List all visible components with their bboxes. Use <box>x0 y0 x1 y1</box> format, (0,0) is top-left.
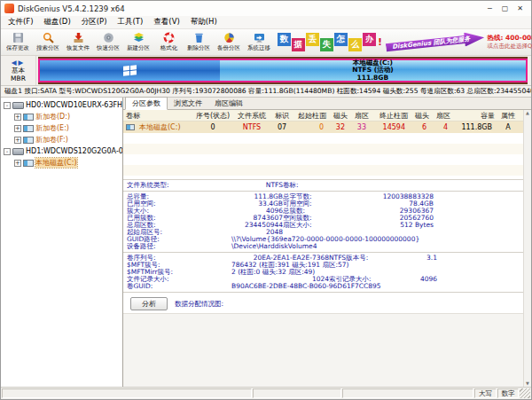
divider <box>123 252 531 253</box>
detail-label: 空闲簇数: <box>283 215 368 222</box>
detail-label: 文件系统类型: <box>127 182 205 189</box>
detail-value: \Device\HarddiskVolume4 <box>231 243 531 250</box>
promo-banner[interactable]: 数据丢失怎么办! DiskGenius 团队为您服务 热线: 400-008-9… <box>278 33 529 51</box>
close-button[interactable]: ✕ <box>512 3 528 14</box>
tree-item-volume-5[interactable]: +本地磁盘(C:) <box>1 157 122 169</box>
table-cell-text: 14594 <box>380 123 408 131</box>
maximize-button[interactable]: ▢ <box>497 3 512 14</box>
menu-item-5[interactable]: 帮助(H) <box>185 17 223 27</box>
detail-label: 总容量: <box>127 193 205 200</box>
table-cell: 本地磁盘(C:) <box>123 122 192 132</box>
detail-label: 总簇数: <box>283 208 368 215</box>
search-icon <box>43 32 54 43</box>
delete-icon <box>193 32 205 43</box>
promo-qq-link[interactable]: 或点击此处选择QQ咨询 <box>488 43 532 51</box>
collapse-icon[interactable]: - <box>4 102 11 109</box>
quick-partition-icon <box>103 32 114 43</box>
toolbar-button-8[interactable]: 系统迁移 <box>244 29 274 55</box>
table-row[interactable]: 本地磁盘(C:)0NTFS07032331459464111.8GBA <box>123 122 531 133</box>
scroll-down-icon[interactable]: ▼ <box>526 381 529 386</box>
tree-item-label: HD0:WDCWD10EURX-63FH1Y0(932GB) <box>26 101 122 109</box>
table-cell: 0 <box>192 123 233 131</box>
toolbar-button-0[interactable]: 保存更改 <box>3 29 33 55</box>
toolbar-button-label: 搜索分区 <box>36 43 59 51</box>
toolbar-button-3[interactable]: 快速分区 <box>93 29 123 55</box>
disk-type-label: 基本 <box>12 67 25 75</box>
detail-label: 卷标: <box>283 182 368 189</box>
detail-value: 1024 <box>205 276 329 283</box>
table-cell: 6 <box>411 123 432 131</box>
promo-contact: 热线: 400-008-9958 或点击此处选择QQ咨询 <box>488 34 530 51</box>
expand-icon[interactable]: + <box>14 114 21 121</box>
table-header-cell: 卷标 <box>123 111 192 121</box>
tree-item-label: HD1:WDCWDS120G2G0A-00JH30(111GB) <box>26 147 122 155</box>
caps-indicator: 大写 <box>474 388 497 398</box>
table-cell: 111.8GB <box>453 123 497 131</box>
promo-slogan: DiskGenius 团队为您服务 <box>385 30 485 55</box>
toolbar-button-2[interactable]: 恢复文件 <box>63 29 93 55</box>
toolbar-button-5[interactable]: 格式化 <box>153 29 184 55</box>
resize-grip[interactable] <box>520 388 530 398</box>
promo-tile: 办 <box>363 33 376 46</box>
tab-2[interactable]: 扇区编辑 <box>208 98 249 109</box>
prev-next-disk-arrows[interactable]: ◀▶ <box>12 59 26 67</box>
partition-bar-c[interactable]: 本地磁盘(C:) NTFS (活动) 111.8GB <box>38 59 528 82</box>
scroll-up-icon[interactable]: ▲ <box>526 111 529 115</box>
expand-icon[interactable]: + <box>14 137 21 144</box>
tree-item-label: 新加卷(E:) <box>35 123 69 133</box>
window-controls: ─ ▢ ✕ <box>482 3 528 14</box>
tree-item-disk-0[interactable]: -HD0:WDCWD10EURX-63FH1Y0(932GB) <box>1 99 122 111</box>
tree-item-volume-1[interactable]: +新加卷(D:) <box>1 111 122 122</box>
table-cell: A <box>497 123 519 131</box>
toolbar-button-1[interactable]: 搜索分区 <box>33 29 63 55</box>
toolbar-button-label: 备份分区 <box>217 43 240 51</box>
menu-item-1[interactable]: 磁盘(D) <box>39 17 76 27</box>
expand-icon[interactable]: + <box>14 125 21 132</box>
table-cell: NTFS <box>233 123 270 131</box>
detail-row: 已用空间:33.4GB可用空间:78.4GB <box>123 200 531 208</box>
vertical-scrollbar[interactable]: ▲ ▼ <box>523 110 531 387</box>
detail-label: NTFS版本号: <box>329 255 391 262</box>
toolbar-button-7[interactable]: 备份分区 <box>214 29 244 55</box>
windows-logo-icon <box>123 65 137 76</box>
tab-1[interactable]: 浏览文件 <box>168 98 208 109</box>
detail-label: 起始扇区号: <box>127 229 205 236</box>
allocation-map-area <box>123 313 531 387</box>
toolbar-button-label: 系统迁移 <box>247 43 270 51</box>
collapse-icon[interactable]: - <box>4 148 11 155</box>
toolbar-button-6[interactable]: 删除分区 <box>184 29 214 55</box>
divider <box>123 179 531 180</box>
expand-icon[interactable]: + <box>14 160 21 167</box>
tree-item-disk-4[interactable]: -HD1:WDCWDS120G2G0A-00JH30(111GB) <box>1 145 122 157</box>
partition-bar-labels: 本地磁盘(C:) NTFS (活动) 111.8GB <box>220 60 526 81</box>
toolbar-button-label: 保存更改 <box>6 43 29 51</box>
minimize-button[interactable]: ─ <box>482 3 497 14</box>
menu-item-0[interactable]: 文件(F) <box>3 17 39 27</box>
detail-row: 已用簇数:8743607空闲簇数:20562760 <box>123 215 531 222</box>
partition-table-type: MBR <box>11 75 26 82</box>
table-cell-text: 0 <box>317 123 326 131</box>
detail-label: $MFT簇号: <box>127 262 205 269</box>
table-cell-text: NTFS <box>240 123 263 131</box>
menu-item-2[interactable]: 分区(P) <box>76 17 113 27</box>
num-indicator: 数字 <box>497 388 519 398</box>
menu-item-4[interactable]: 查看(V) <box>148 17 184 27</box>
promo-tile: ! <box>377 35 383 49</box>
tab-0[interactable]: 分区参数 <box>125 97 168 110</box>
analyze-button[interactable]: 分析 <box>130 297 168 310</box>
toolbar-button-4[interactable]: 新建分区 <box>123 29 153 55</box>
table-empty-row <box>123 144 531 154</box>
tree-item-label: 本地磁盘(C:) <box>35 158 77 168</box>
detail-row: 卷序列号:20EA-2EA1-EA2E-7368NTFS版本号:3.1 <box>123 255 531 262</box>
detail-label: GUID路径: <box>127 236 205 243</box>
detail-value: 2048 <box>205 229 283 236</box>
table-header-cell: 扇区 <box>350 111 372 121</box>
migrate-icon <box>254 32 265 43</box>
menu-item-3[interactable]: 工具(T) <box>112 17 148 27</box>
tree-item-volume-2[interactable]: +新加卷(E:) <box>1 122 122 134</box>
table-cell-text: 111.8GB <box>458 123 495 131</box>
detail-value: 20EA-2EA1-EA2E-7368 <box>205 255 329 262</box>
detail-row: 簇大小:4096总簇数:29306367 <box>123 208 531 215</box>
detail-row: 总扇区数:234450944扇区大小:512 Bytes <box>123 222 531 229</box>
tree-item-volume-3[interactable]: +新加卷(F:) <box>1 134 122 145</box>
